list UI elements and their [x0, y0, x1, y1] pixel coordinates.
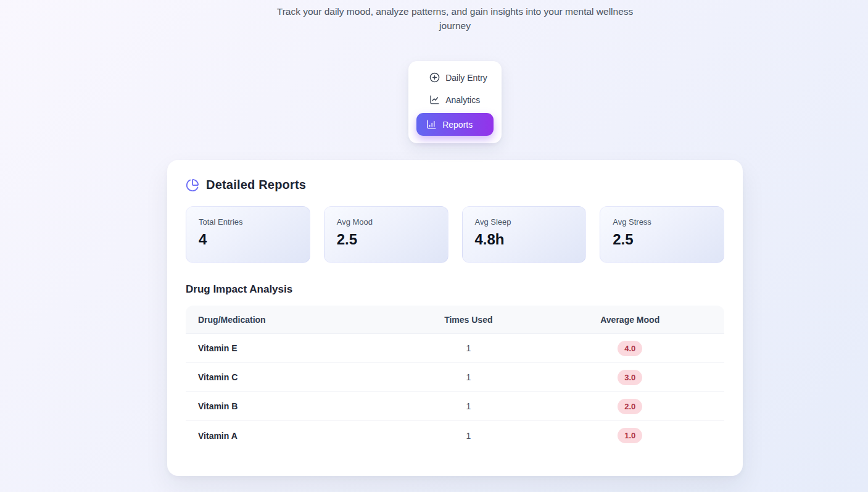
column-header-times: Times Used — [401, 315, 535, 325]
avg-mood-badge: 2.0 — [618, 399, 642, 414]
stat-value: 4.8h — [475, 231, 574, 248]
stat-card-avg-sleep: Avg Sleep 4.8h — [462, 206, 587, 263]
drug-name: Vitamin A — [186, 431, 401, 441]
column-header-mood: Average Mood — [535, 315, 724, 325]
nav-item-reports[interactable]: Reports — [416, 113, 494, 136]
detailed-reports-card: Detailed Reports Total Entries 4 Avg Moo… — [167, 160, 743, 476]
page-title: Detailed Reports — [206, 178, 306, 192]
avg-mood-badge: 1.0 — [618, 428, 642, 443]
nav-item-daily-entry[interactable]: Daily Entry — [416, 69, 494, 86]
stat-value: 2.5 — [613, 231, 711, 248]
times-used: 1 — [401, 372, 535, 382]
drug-name: Vitamin E — [186, 343, 401, 353]
nav-wrapper: Daily Entry Analytics Reports — [167, 61, 743, 143]
pie-chart-icon — [186, 178, 199, 192]
column-header-drug: Drug/Medication — [186, 315, 401, 325]
nav-card: Daily Entry Analytics Reports — [408, 61, 502, 143]
stat-card-total-entries: Total Entries 4 — [186, 206, 310, 263]
avg-mood-cell: 1.0 — [535, 428, 724, 443]
drug-name: Vitamin B — [186, 401, 401, 411]
line-chart-icon — [429, 94, 440, 105]
table-row: Vitamin B 1 2.0 — [186, 392, 724, 421]
stat-value: 4 — [199, 231, 297, 248]
nav-item-label: Reports — [442, 120, 473, 130]
times-used: 1 — [401, 343, 535, 353]
table-row: Vitamin A 1 1.0 — [186, 421, 724, 450]
plus-circle-icon — [429, 72, 440, 83]
table-row: Vitamin C 1 3.0 — [186, 363, 724, 392]
table-row: Vitamin E 1 4.0 — [186, 334, 724, 363]
stat-label: Avg Stress — [613, 217, 711, 227]
drug-name: Vitamin C — [186, 372, 401, 382]
bar-chart-icon — [426, 119, 437, 130]
drug-impact-analysis-title: Drug Impact Analysis — [186, 283, 724, 296]
nav-item-label: Analytics — [445, 95, 480, 105]
stats-row: Total Entries 4 Avg Mood 2.5 Avg Sleep 4… — [186, 206, 724, 263]
page-subtitle: Track your daily mood, analyze patterns,… — [273, 0, 637, 33]
times-used: 1 — [401, 431, 535, 441]
avg-mood-badge: 3.0 — [618, 370, 642, 385]
avg-mood-cell: 4.0 — [535, 341, 724, 356]
table-header-row: Drug/Medication Times Used Average Mood — [186, 306, 724, 334]
drug-impact-table: Drug/Medication Times Used Average Mood … — [186, 306, 724, 450]
stat-card-avg-stress: Avg Stress 2.5 — [600, 206, 724, 263]
stat-label: Avg Mood — [337, 217, 436, 227]
stat-card-avg-mood: Avg Mood 2.5 — [324, 206, 448, 263]
nav-item-label: Daily Entry — [445, 73, 487, 83]
page-content: Track your daily mood, analyze patterns,… — [167, 0, 743, 476]
avg-mood-cell: 2.0 — [535, 399, 724, 414]
nav-item-analytics[interactable]: Analytics — [416, 91, 494, 109]
card-header: Detailed Reports — [186, 178, 724, 192]
stat-label: Avg Sleep — [475, 217, 574, 227]
avg-mood-badge: 4.0 — [618, 341, 642, 356]
stat-value: 2.5 — [337, 231, 436, 248]
avg-mood-cell: 3.0 — [535, 370, 724, 385]
times-used: 1 — [401, 401, 535, 411]
stat-label: Total Entries — [199, 217, 297, 227]
